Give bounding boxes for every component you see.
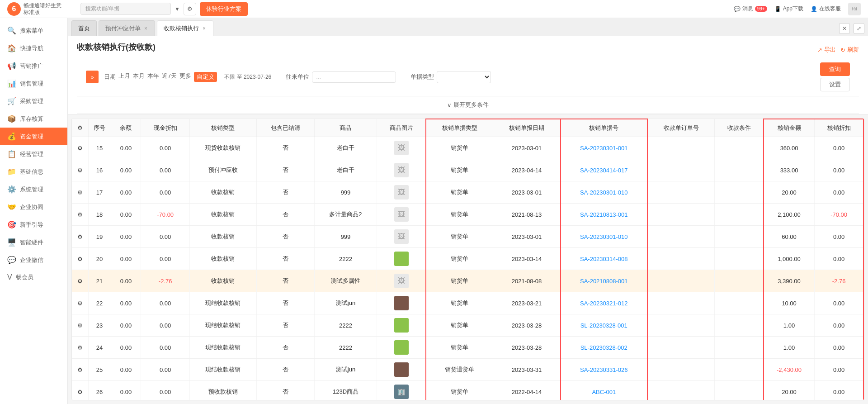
cell-receipt-condition [715,226,764,248]
date-link-custom[interactable]: 自定义 [194,72,217,82]
th-write-off-amount: 核销金额 [764,119,815,137]
date-link-more[interactable]: 更多 [179,72,191,82]
date-link-7days[interactable]: 近7天 [162,72,177,82]
settings-gear-icon[interactable]: ⚙ [184,3,196,15]
industry-btn[interactable]: 休验行业方案 [200,2,248,16]
cell-write-off-type: 收款核销 [189,248,256,270]
tab-expand-btn[interactable]: ⤢ [854,23,864,34]
bill-no-link[interactable]: SA-20230301-010 [580,233,628,240]
expand-more-btn[interactable]: ∨ 展开更多条件 [447,101,489,109]
cell-bill-no[interactable]: SA-20230414-017 [561,159,647,181]
cell-included: 否 [256,226,314,248]
cell-gear[interactable]: ⚙ [72,337,88,359]
cell-gear[interactable]: ⚙ [72,270,88,292]
sidebar-item-business[interactable]: 📋 经营管理 [0,145,67,163]
sidebar-item-system[interactable]: ⚙️ 系统管理 [0,181,67,198]
sidebar-item-finance[interactable]: 💰 资金管理 [0,128,67,145]
cell-write-off-discount: 0.00 [815,159,863,181]
export-btn[interactable]: ↗ 导出 [817,46,836,54]
cell-cash-discount: -70.00 [141,204,189,226]
bill-no-link[interactable]: SL-20230328-001 [580,322,627,329]
sidebar-item-inventory[interactable]: 📦 库存核算 [0,110,67,128]
sidebar-item-wechat[interactable]: 💬 企业微信 [0,251,67,269]
cell-write-off-discount: 0.00 [815,381,863,401]
bill-no-link[interactable]: SA-20210808-001 [580,278,628,285]
bill-no-link[interactable]: SA-20230314-008 [580,256,628,262]
cell-gear[interactable]: ⚙ [72,181,88,204]
cell-bill-no[interactable]: SA-20210813-001 [561,204,647,226]
table-container[interactable]: ⚙ 序号 余额 现金折扣 核销类型 包含已结清 商品 商品图片 核销单据类型 核… [71,118,864,400]
online-service-btn[interactable]: 👤 在线客服 [811,5,841,13]
sidebar-item-quick[interactable]: 🏠 快捷导航 [0,39,67,57]
bill-no-link[interactable]: ABC-001 [592,389,616,395]
sidebar-item-hardware[interactable]: 🖥️ 智能硬件 [0,233,67,251]
tab-writeoff[interactable]: 收款核销执行 × [157,20,213,36]
bill-type-select[interactable] [437,71,491,83]
bill-no-link[interactable]: SA-20230301-001 [580,145,628,152]
search-box[interactable]: 搜索功能/单据 [80,3,171,15]
cell-no: 20 [88,248,111,270]
dropdown-btn[interactable]: ▼ [175,6,180,12]
cell-write-off-discount: 0.00 [815,137,863,159]
cell-bill-no[interactable]: SA-20210808-001 [561,270,647,292]
tab-prepay[interactable]: 预付冲应付单 × [99,20,155,36]
cell-cash-discount: 0.00 [141,337,189,359]
tab-close-btn[interactable]: ✕ [839,23,850,34]
sidebar-item-marketing[interactable]: 📢 营销推广 [0,57,67,75]
cell-balance: 0.00 [111,248,141,270]
sidebar-item-guide[interactable]: 🎯 新手引导 [0,216,67,233]
filter-toggle-btn[interactable]: » [86,71,99,83]
query-btn[interactable]: 查询 [820,62,850,76]
cell-bill-no[interactable]: SA-20230301-001 [561,137,647,159]
setting-btn[interactable]: 设置 [820,78,850,91]
bill-no-link[interactable]: SA-20230301-010 [580,189,628,196]
cell-receipt-order-no [647,314,715,337]
tab-prepay-close[interactable]: × [143,24,148,33]
message-btn[interactable]: 💬 消息 99+ [734,5,767,13]
th-gear[interactable]: ⚙ [72,119,88,137]
cell-gear[interactable]: ⚙ [72,226,88,248]
sidebar-item-purchase[interactable]: 🛒 采购管理 [0,92,67,110]
cell-bill-no[interactable]: SA-20230321-012 [561,292,647,314]
date-link-this-year[interactable]: 本年 [147,72,159,82]
cell-bill-no[interactable]: SA-20230301-010 [561,226,647,248]
cell-gear[interactable]: ⚙ [72,204,88,226]
sidebar-item-cooperation[interactable]: 🤝 企业协同 [0,198,67,216]
cell-gear[interactable]: ⚙ [72,314,88,337]
sidebar-item-member[interactable]: V 畅会员 [0,269,67,286]
tab-writeoff-close[interactable]: × [202,24,207,33]
refresh-btn[interactable]: ↻ 刷新 [840,46,859,54]
cell-receipt-condition [715,204,764,226]
cell-bill-no[interactable]: SA-20230314-008 [561,248,647,270]
cell-bill-no[interactable]: SA-20230301-010 [561,181,647,204]
sidebar-item-sales[interactable]: 📊 销售管理 [0,75,67,92]
date-link-last-month[interactable]: 上月 [118,72,130,82]
sidebar-item-search[interactable]: 🔍 搜索菜单 [0,22,67,39]
sidebar-item-basic[interactable]: 📁 基础信息 [0,163,67,181]
user-avatar[interactable]: Rit [848,3,861,15]
cell-gear[interactable]: ⚙ [72,137,88,159]
th-cash-discount: 现金折扣 [141,119,189,137]
bill-no-link[interactable]: SL-20230328-002 [580,344,627,351]
cell-balance: 0.00 [111,337,141,359]
app-download-btn[interactable]: 📱 App下载 [774,5,803,13]
bill-no-link[interactable]: SA-20230321-012 [580,300,628,307]
table-header-row: ⚙ 序号 余额 现金折扣 核销类型 包含已结清 商品 商品图片 核销单据类型 核… [72,119,863,137]
cell-bill-no[interactable]: ABC-001 [561,381,647,401]
date-link-this-month[interactable]: 本月 [133,72,145,82]
tab-home[interactable]: 首页 [71,20,97,36]
cell-gear[interactable]: ⚙ [72,359,88,381]
cell-bill-no[interactable]: SL-20230328-002 [561,337,647,359]
cell-bill-no[interactable]: SL-20230328-001 [561,314,647,337]
cell-receipt-order-no [647,159,715,181]
counterpart-input[interactable] [312,71,396,83]
cell-gear[interactable]: ⚙ [72,248,88,270]
cell-gear[interactable]: ⚙ [72,381,88,401]
cell-gear[interactable]: ⚙ [72,292,88,314]
cell-gear[interactable]: ⚙ [72,159,88,181]
bill-no-link[interactable]: SA-20210813-001 [580,211,628,218]
cell-bill-no[interactable]: SA-20230331-026 [561,359,647,381]
guide-icon: 🎯 [7,220,16,229]
bill-no-link[interactable]: SA-20230331-026 [580,366,628,373]
bill-no-link[interactable]: SA-20230414-017 [580,167,628,174]
